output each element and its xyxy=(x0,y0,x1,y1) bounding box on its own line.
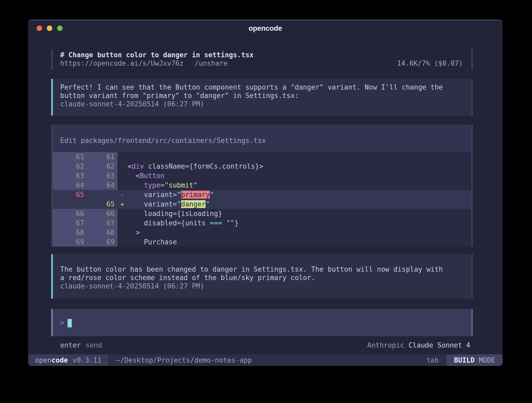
line-number-new: 63 xyxy=(84,171,115,180)
diff-gutter: 6363 xyxy=(53,171,117,180)
diff-row: 65+ variant="danger" xyxy=(53,199,471,209)
code-segment: danger xyxy=(181,200,206,208)
code-segment: " xyxy=(177,200,181,208)
code-segment xyxy=(222,219,226,227)
prompt-input[interactable]: > xyxy=(51,309,473,336)
mode-mode-label: MODE xyxy=(479,356,495,364)
code-segment: = xyxy=(173,200,177,208)
code-line: disabled={units === ""} xyxy=(127,218,239,228)
line-number-old: 64 xyxy=(53,180,84,190)
code-segment xyxy=(127,181,144,189)
code-segment: < xyxy=(127,162,132,170)
line-number-new: 66 xyxy=(84,209,115,218)
titlebar: opencode xyxy=(28,20,503,35)
diff-gutter: 65 xyxy=(53,199,117,209)
diff-gutter: 65 xyxy=(53,190,117,199)
code-segment: className xyxy=(144,162,185,170)
diff-gutter: 6666 xyxy=(53,209,117,218)
header-spacer xyxy=(228,59,397,68)
assistant-message: Perfect! I can see that the Button compo… xyxy=(51,79,473,116)
diff-marker xyxy=(117,218,127,228)
code-segment: " xyxy=(165,181,169,189)
line-number-new: 67 xyxy=(84,218,115,228)
code-segment: > xyxy=(127,229,140,236)
assistant-message: The button color has been changed to dan… xyxy=(51,254,473,299)
code-line: variant="danger" xyxy=(127,199,210,209)
line-number-new: 62 xyxy=(84,162,115,171)
line-number-old: 62 xyxy=(53,162,84,171)
diff-row: 6969 Purchase xyxy=(53,237,471,247)
diff-marker xyxy=(117,152,127,162)
unshare-command[interactable]: /unshare xyxy=(195,59,228,68)
message-line: a red/rose color scheme instead of the b… xyxy=(60,273,464,282)
code-segment: } xyxy=(234,219,239,227)
code-segment: {isLoading} xyxy=(177,210,222,218)
code-segment: = xyxy=(173,191,177,199)
diff-gutter: 6161 xyxy=(53,152,117,162)
diff-marker xyxy=(117,228,127,237)
opencode-window: opencode # Change button color to danger… xyxy=(28,20,503,366)
code-segment: === xyxy=(210,219,222,227)
edit-tool-title: Edit packages/frontend/src/containers/Se… xyxy=(53,125,471,152)
code-segment: variant xyxy=(127,200,173,208)
line-number-new: 65 xyxy=(84,199,115,209)
line-number-new: 69 xyxy=(84,237,115,247)
diff-marker xyxy=(117,180,127,190)
code-line: <div className={formCs.controls}> xyxy=(127,162,263,171)
code-line: > xyxy=(127,228,140,237)
status-bar: opencode v0.3.11 ~/Desktop/Projects/demo… xyxy=(28,354,503,366)
app-name-open: open xyxy=(35,356,52,364)
share-url-link[interactable]: https://opencode.ai/s/UwJxv76z xyxy=(60,59,184,68)
diff-gutter: 6969 xyxy=(53,237,117,247)
footer-spacer xyxy=(102,341,367,349)
message-line: Perfect! I can see that the Button compo… xyxy=(60,83,464,91)
tab-key-hint: tab xyxy=(426,356,439,364)
diff-row: 6767 disabled={units === ""} xyxy=(53,218,471,228)
code-segment: = xyxy=(173,210,177,218)
line-number-old: 68 xyxy=(53,228,84,237)
line-number-new: 68 xyxy=(84,228,115,237)
line-number-old xyxy=(53,199,84,209)
line-number-new xyxy=(84,190,115,199)
code-line: <Button xyxy=(127,171,165,180)
code-segment: = xyxy=(185,162,189,170)
message-model-meta: claude-sonnet-4-20250514 (06:27 PM) xyxy=(60,282,464,290)
line-number-old: 69 xyxy=(53,237,84,247)
mode-segment: BUILD MODE xyxy=(447,354,503,366)
send-action-hint: send xyxy=(85,341,102,349)
code-segment: type xyxy=(144,181,161,189)
diff-marker: + xyxy=(117,199,127,209)
diff-gutter: 6464 xyxy=(53,180,117,190)
line-number-old: 67 xyxy=(53,218,84,228)
diff-marker xyxy=(117,237,127,247)
diff-marker xyxy=(117,209,127,218)
message-line: The button color has been changed to dan… xyxy=(60,265,464,273)
message-line: button variant from "primary" to "danger… xyxy=(60,91,464,100)
diff-gutter: 6262 xyxy=(53,162,117,171)
code-segment: {formCs.controls} xyxy=(189,162,259,170)
diff-gutter: 6868 xyxy=(53,228,117,237)
line-number-old: 61 xyxy=(53,152,84,162)
code-segment: disabled xyxy=(127,219,177,227)
app-version: v0.3.11 xyxy=(73,356,101,364)
diff-marker: - xyxy=(117,190,127,199)
diff-row: 65- variant="primary" xyxy=(53,190,471,199)
session-header: # Change button color to danger in setti… xyxy=(51,49,473,70)
code-segment: " xyxy=(177,191,181,199)
edit-tool-block: Edit packages/frontend/src/containers/Se… xyxy=(51,125,473,247)
line-number-old: 65 xyxy=(53,190,84,199)
code-segment: submit xyxy=(169,181,193,189)
diff-row: 6262<div className={formCs.controls}> xyxy=(53,162,471,171)
diff-row: 6161 xyxy=(53,152,471,162)
code-segment: " xyxy=(193,181,197,189)
code-segment: "" xyxy=(226,219,234,227)
session-title: # Change button color to danger in setti… xyxy=(60,51,463,59)
diff-row: 6666 loading={isLoading} xyxy=(53,209,471,218)
code-segment: primary xyxy=(181,191,210,199)
working-directory: ~/Desktop/Projects/demo-notes-app xyxy=(116,356,252,364)
diff-gutter: 6767 xyxy=(53,218,117,228)
diff-row: 6868 > xyxy=(53,228,471,237)
code-segment: " xyxy=(206,200,210,208)
diff-marker xyxy=(117,171,127,180)
prompt-symbol: > xyxy=(60,319,64,327)
